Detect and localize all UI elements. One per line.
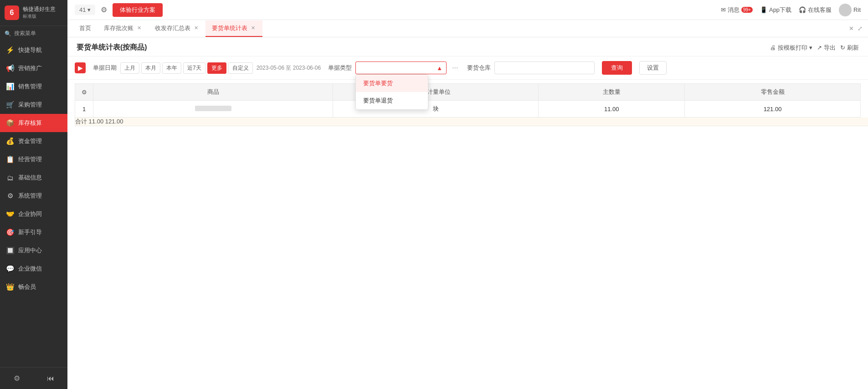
inventory-icon: 📦 — [5, 118, 15, 128]
product-placeholder — [195, 106, 231, 111]
filter-more-btn[interactable]: ··· — [450, 64, 460, 72]
type-select[interactable]: ▲ — [355, 61, 447, 74]
purchase-icon: 🛒 — [5, 100, 15, 109]
page-title: 要货单统计表(按商品) — [77, 43, 147, 52]
type-select-wrapper: ▲ 要货单要货 要货单退货 — [355, 61, 447, 74]
sidebar-nav: ⚡ 快捷导航 📢 营销推广 📊 销售管理 🛒 采购管理 📦 库存核算 💰 资金管… — [0, 41, 67, 367]
print-icon: 🖨 — [770, 44, 776, 51]
date-btn-more[interactable]: 更多 — [207, 62, 226, 74]
type-filter-group: 单据类型 ▲ 要货单要货 要货单退货 ··· — [328, 61, 460, 74]
tab-order-stats[interactable]: 要货单统计表 ✕ — [205, 20, 262, 37]
brand-sub: 标准版 — [23, 13, 56, 20]
tab-close-inventory-batch[interactable]: ✕ — [136, 25, 142, 31]
search-icon: 🔍 — [5, 31, 11, 37]
org-selector[interactable]: 41 ▾ — [75, 5, 95, 15]
topbar-left: 41 ▾ ⚙ 体验行业方案 — [75, 3, 714, 17]
date-btn-custom[interactable]: 自定义 — [228, 62, 253, 74]
type-dropdown: 要货单要货 要货单退货 — [355, 74, 428, 110]
tabs-bar: 首页 库存批次账 ✕ 收发存汇总表 ✕ 要货单统计表 ✕ ✕ ⤢ — [67, 20, 868, 37]
sales-icon: 📊 — [5, 82, 15, 91]
brand-name: 畅捷通好生意 — [23, 6, 56, 13]
col-header-quantity: 主数量 — [539, 84, 685, 101]
industry-btn[interactable]: 体验行业方案 — [113, 3, 163, 17]
logo-icon: 6 — [5, 5, 19, 20]
col-header-amount: 零售金额 — [685, 84, 861, 101]
date-buttons: 上月 本月 本年 近7天 更多 自定义 — [120, 62, 253, 74]
table-footer: 合计 11.00 121.00 — [75, 118, 868, 126]
sidebar-item-enterprise[interactable]: 🤝 企业协同 — [0, 205, 67, 223]
settings-topbar-icon[interactable]: ⚙ — [101, 5, 107, 14]
topbar: 41 ▾ ⚙ 体验行业方案 ✉ 消息 99+ 📱 App下载 🎧 在线客服 R — [67, 0, 868, 20]
operations-icon: 📋 — [5, 155, 15, 164]
date-btn-7days[interactable]: 近7天 — [183, 62, 205, 74]
chevron-up-icon: ▲ — [437, 65, 442, 72]
col-settings-icon: ⚙ — [82, 89, 87, 96]
table-container: ⚙ 商品 主计量单位 主数量 零售金额 1 块 — [67, 83, 868, 118]
export-btn[interactable]: ↗ 导出 — [817, 44, 836, 52]
settings-filter-btn[interactable]: 设置 — [639, 61, 667, 75]
warehouse-select[interactable] — [494, 61, 595, 74]
settings-bottom-icon[interactable]: ⚙ — [11, 371, 23, 385]
page-content: 要货单统计表(按商品) 🖨 按模板打印 ▾ ↗ 导出 ↻ 刷新 ▶ — [67, 37, 868, 389]
refresh-icon: ↻ — [840, 44, 845, 51]
phone-icon: 📱 — [760, 6, 767, 13]
page-header: 要货单统计表(按商品) 🖨 按模板打印 ▾ ↗ 导出 ↻ 刷新 — [67, 37, 868, 56]
tab-close-order-stats[interactable]: ✕ — [250, 25, 256, 31]
print-btn[interactable]: 🖨 按模板打印 ▾ — [770, 44, 812, 52]
enterprise-icon: 🤝 — [5, 210, 15, 219]
quick-nav-icon: ⚡ — [5, 46, 15, 55]
online-service-btn[interactable]: 🎧 在线客服 — [799, 6, 832, 14]
headset-icon: 🎧 — [799, 6, 806, 13]
date-btn-this-month[interactable]: 本月 — [141, 62, 160, 74]
tab-close-receive-summary[interactable]: ✕ — [193, 25, 199, 31]
avatar-img — [839, 4, 852, 16]
sidebar-item-purchase[interactable]: 🛒 采购管理 — [0, 96, 67, 114]
sidebar-item-finance[interactable]: 💰 资金管理 — [0, 132, 67, 150]
app-download-btn[interactable]: 📱 App下载 — [760, 6, 791, 14]
sidebar-item-quick-nav[interactable]: ⚡ 快捷导航 — [0, 41, 67, 59]
sidebar-item-basic[interactable]: 🗂 基础信息 — [0, 169, 67, 187]
sidebar-item-wechat[interactable]: 💬 企业微信 — [0, 260, 67, 278]
app-logo: 6 畅捷通好生意 标准版 — [0, 0, 67, 26]
tab-home[interactable]: 首页 — [73, 20, 98, 37]
marketing-icon: 📢 — [5, 64, 15, 73]
system-icon: ⚙ — [5, 191, 15, 200]
print-arrow-icon: ▾ — [809, 44, 812, 51]
dropdown-item-order[interactable]: 要货单要货 — [356, 75, 428, 92]
message-icon: ✉ — [721, 6, 726, 13]
date-filter-group: 单据日期 上月 本月 本年 近7天 更多 自定义 2023-05-06 至 20… — [93, 62, 321, 74]
sidebar-item-marketing[interactable]: 📢 营销推广 — [0, 59, 67, 77]
tab-inventory-batch[interactable]: 库存批次账 ✕ — [98, 20, 149, 37]
sidebar-item-inventory[interactable]: 📦 库存核算 — [0, 114, 67, 132]
tab-expand-icon[interactable]: ⤢ — [858, 25, 863, 32]
main-content: 41 ▾ ⚙ 体验行业方案 ✉ 消息 99+ 📱 App下载 🎧 在线客服 R — [67, 0, 868, 389]
sidebar-bottom: ⚙ ⏮ — [0, 367, 67, 389]
wechat-icon: 💬 — [5, 264, 15, 273]
query-btn[interactable]: 查询 — [602, 61, 632, 75]
chevron-down-icon: ▾ — [87, 6, 91, 13]
col-header-product: 商品 — [93, 84, 333, 101]
data-table: ⚙ 商品 主计量单位 主数量 零售金额 1 块 — [75, 83, 861, 118]
filter-expand-btn[interactable]: ▶ — [75, 62, 86, 73]
messages-btn[interactable]: ✉ 消息 99+ — [721, 6, 753, 14]
sidebar-item-sales[interactable]: 📊 销售管理 — [0, 77, 67, 96]
user-avatar[interactable]: Rit — [839, 4, 861, 16]
dropdown-item-return[interactable]: 要货单退货 — [356, 92, 428, 109]
cell-product — [93, 101, 333, 118]
date-btn-last-month[interactable]: 上月 — [120, 62, 139, 74]
export-icon: ↗ — [817, 44, 822, 51]
refresh-btn[interactable]: ↻ 刷新 — [840, 44, 859, 52]
sidebar-item-apps[interactable]: 🔲 应用中心 — [0, 241, 67, 260]
tab-close-all-icon[interactable]: ✕ — [849, 25, 854, 32]
sidebar-search[interactable]: 🔍 搜索菜单 — [0, 26, 67, 41]
sidebar-item-operations[interactable]: 📋 经营管理 — [0, 150, 67, 169]
sidebar: 6 畅捷通好生意 标准版 🔍 搜索菜单 ⚡ 快捷导航 📢 营销推广 📊 销售管理… — [0, 0, 67, 389]
sidebar-item-guide[interactable]: 🎯 新手引导 — [0, 223, 67, 241]
col-header-settings[interactable]: ⚙ — [75, 84, 93, 101]
member-icon: 👑 — [5, 282, 15, 292]
sidebar-item-member[interactable]: 👑 畅会员 — [0, 278, 67, 296]
collapse-icon[interactable]: ⏮ — [44, 372, 57, 385]
tab-receive-summary[interactable]: 收发存汇总表 ✕ — [149, 20, 205, 37]
date-btn-this-year[interactable]: 本年 — [162, 62, 181, 74]
sidebar-item-system[interactable]: ⚙ 系统管理 — [0, 187, 67, 205]
